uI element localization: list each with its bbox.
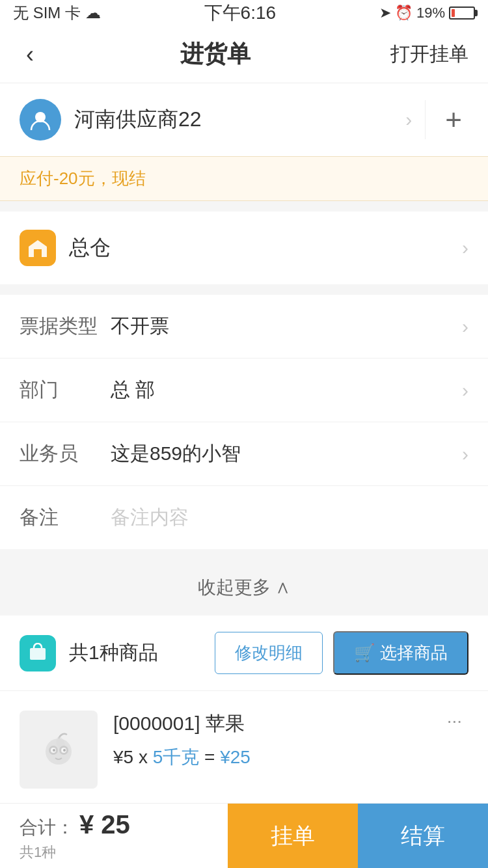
page-title: 进货单 xyxy=(180,38,251,70)
department-row[interactable]: 部门 总 部 › xyxy=(0,359,488,422)
collapse-label: 收起更多 ∧ xyxy=(198,577,291,597)
form-section: 票据类型 不开票 › 部门 总 部 › 业务员 这是859的小智 › 备注 备注… xyxy=(0,295,488,549)
product-price: ¥5 x 5千克 = ¥25 xyxy=(113,745,441,770)
salesperson-label: 业务员 xyxy=(20,441,111,467)
salesperson-row[interactable]: 业务员 这是859的小智 › xyxy=(0,422,488,486)
svg-rect-2 xyxy=(30,648,46,660)
product-info: [0000001] 苹果 ¥5 x 5千克 = ¥25 xyxy=(113,711,441,770)
remark-label: 备注 xyxy=(20,504,111,531)
warehouse-chevron-icon: › xyxy=(462,237,468,259)
warehouse-icon xyxy=(20,230,56,266)
remark-row[interactable]: 备注 备注内容 xyxy=(0,486,488,549)
multiply-icon: x xyxy=(139,747,153,767)
status-time: 下午6:16 xyxy=(204,1,277,25)
supplier-avatar xyxy=(20,99,61,141)
product-item: [0000001] 苹果 ¥5 x 5千克 = ¥25 ··· xyxy=(0,691,488,809)
total-value: ¥25 xyxy=(220,747,251,767)
products-header: 共1种商品 修改明细 🛒 选择商品 xyxy=(0,616,488,691)
svg-point-10 xyxy=(63,749,66,752)
invoice-type-label: 票据类型 xyxy=(20,313,111,340)
invoice-type-row[interactable]: 票据类型 不开票 › xyxy=(0,295,488,359)
product-name: [0000001] 苹果 xyxy=(113,711,441,737)
edit-detail-button[interactable]: 修改明细 xyxy=(215,632,323,674)
product-thumbnail xyxy=(20,711,98,789)
products-count: 共1种商品 xyxy=(69,640,215,666)
total-main: 合计： ¥ 25 xyxy=(20,810,208,840)
products-icon xyxy=(20,635,56,671)
warehouse-row[interactable]: 总仓 › xyxy=(0,211,488,284)
checkout-button[interactable]: 结算 xyxy=(358,804,488,869)
svg-point-9 xyxy=(53,749,55,752)
product-more-button[interactable]: ··· xyxy=(441,711,468,731)
notice-bar: 应付-20元，现结 xyxy=(0,156,488,201)
salesperson-value: 这是859的小智 xyxy=(111,441,462,467)
collapse-row[interactable]: 收起更多 ∧ xyxy=(0,560,488,616)
status-left: 无 SIM 卡 ☁ xyxy=(13,3,101,23)
alarm-icon: ⏰ xyxy=(395,5,413,21)
invoice-type-value: 不开票 xyxy=(111,313,462,340)
department-chevron-icon: › xyxy=(462,379,468,401)
sim-status: 无 SIM 卡 ☁ xyxy=(13,3,101,23)
department-value: 总 部 xyxy=(111,377,462,403)
status-right: ➤ ⏰ 19% xyxy=(379,5,475,21)
location-icon: ➤ xyxy=(379,5,391,21)
hang-button[interactable]: 挂单 xyxy=(228,804,358,869)
total-amount: ¥ 25 xyxy=(79,810,130,839)
total-label: 合计： xyxy=(20,815,74,840)
status-bar: 无 SIM 卡 ☁ 下午6:16 ➤ ⏰ 19% xyxy=(0,0,488,26)
supplier-chevron-icon: › xyxy=(405,109,412,131)
remark-input[interactable]: 备注内容 xyxy=(111,504,468,531)
total-sub: 共1种 xyxy=(20,843,208,862)
price-value: ¥5 xyxy=(113,747,133,767)
bottom-bar: 合计： ¥ 25 共1种 挂单 结算 xyxy=(0,803,488,868)
equals-icon: = xyxy=(204,747,220,767)
product-code: [0000001] xyxy=(113,712,200,734)
battery-percent: 19% xyxy=(416,5,445,21)
notice-text: 应付-20元，现结 xyxy=(20,169,146,188)
cart-icon: 🛒 xyxy=(354,643,375,663)
supplier-name: 河南供应商22 xyxy=(74,105,405,134)
warehouse-section: 总仓 › xyxy=(0,211,488,284)
select-product-button[interactable]: 🛒 选择商品 xyxy=(333,631,468,675)
supplier-row[interactable]: 河南供应商22 › + xyxy=(0,83,488,156)
salesperson-chevron-icon: › xyxy=(462,443,468,465)
invoice-type-chevron-icon: › xyxy=(462,316,468,338)
quantity-value: 5千克 xyxy=(153,747,200,767)
svg-rect-1 xyxy=(34,249,42,257)
nav-bar: ‹ 进货单 打开挂单 xyxy=(0,26,488,83)
department-label: 部门 xyxy=(20,377,111,403)
total-area: 合计： ¥ 25 共1种 xyxy=(0,810,228,862)
open-hang-button[interactable]: 打开挂单 xyxy=(390,41,468,68)
battery-icon xyxy=(449,7,475,20)
back-button[interactable]: ‹ xyxy=(20,34,40,75)
warehouse-name: 总仓 xyxy=(69,234,462,262)
product-title: 苹果 xyxy=(206,712,245,734)
supplier-divider xyxy=(425,100,426,139)
add-supplier-button[interactable]: + xyxy=(439,103,468,136)
supplier-section: 河南供应商22 › + 应付-20元，现结 xyxy=(0,83,488,201)
